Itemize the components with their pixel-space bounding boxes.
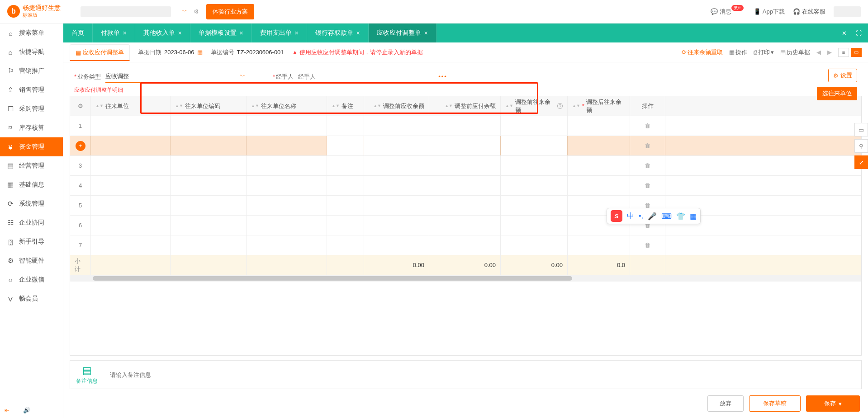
trash-icon[interactable]: 🗑	[645, 122, 650, 129]
sidebar-item-enterprise[interactable]: ☷企业协同	[0, 213, 63, 232]
sidebar-item-inventory[interactable]: ⌑库存核算	[0, 118, 63, 137]
org-caret-icon[interactable]: ﹀	[182, 8, 187, 15]
ime-grid-icon[interactable]: ▦	[690, 212, 697, 221]
online-service-link[interactable]: 🎧 在线客服	[793, 8, 825, 16]
ime-skin-icon[interactable]: 👕	[676, 212, 685, 221]
sort-icon[interactable]: ▲▼	[251, 104, 259, 107]
sidebar-item-hardware[interactable]: ⚙智能硬件	[0, 251, 63, 270]
ime-keyboard-icon[interactable]: ⌨	[661, 212, 672, 221]
handler-picker-icon[interactable]: •••	[438, 73, 447, 80]
ime-mode[interactable]: 中	[627, 211, 634, 221]
view-card-icon[interactable]: ▭	[851, 48, 862, 57]
col-n2: 调整前应付余额	[455, 102, 496, 110]
tab-home[interactable]: 首页	[63, 23, 93, 42]
trash-icon[interactable]: 🗑	[645, 182, 650, 189]
tab-bank[interactable]: 银行存取款单✕	[307, 23, 369, 42]
sidebar-item-member[interactable]: V畅会员	[0, 289, 63, 308]
sidebar-label: 经营管理	[19, 162, 44, 170]
user-avatar[interactable]	[834, 6, 861, 17]
trash-icon[interactable]: 🗑	[645, 142, 650, 149]
try-industry-button[interactable]: 体验行业方案	[206, 4, 254, 19]
biz-type-select[interactable]: 应收调整 ﹀	[105, 70, 246, 83]
tab-payment[interactable]: 付款单✕	[93, 23, 135, 42]
close-icon[interactable]: ✕	[123, 30, 127, 36]
reget-balance-link[interactable]: ⟳ 往来余额重取	[682, 48, 723, 56]
tab-expense[interactable]: 费用支出单✕	[252, 23, 307, 42]
sidebar-item-marketing[interactable]: ⚐营销推广	[0, 61, 63, 80]
grid-row[interactable]: 6🗑	[70, 216, 861, 235]
view-list-icon[interactable]: ≡	[838, 48, 849, 57]
tabs-close-all-icon[interactable]: ✕	[839, 28, 849, 38]
add-row-button[interactable]: +	[76, 141, 85, 151]
sidebar-item-operation[interactable]: ▤经营管理	[0, 156, 63, 175]
grid-row[interactable]: 4🗑	[70, 176, 861, 196]
next-icon[interactable]: ▶	[827, 49, 832, 56]
close-icon[interactable]: ✕	[356, 30, 360, 36]
sidebar-item-base[interactable]: ▦基础信息	[0, 175, 63, 194]
sort-icon[interactable]: ▲▼	[175, 104, 183, 107]
grid-settings-icon[interactable]: ⚙	[78, 103, 83, 109]
history-link[interactable]: ▤ 历史单据	[780, 48, 810, 56]
float-expand-icon[interactable]: ⤢	[854, 155, 868, 169]
print-menu[interactable]: ⎙ 打印 ▾	[754, 48, 774, 56]
sidebar-item-system[interactable]: ⟳系统管理	[0, 194, 63, 213]
grid-row[interactable]: 5🗑	[70, 196, 861, 216]
doc-title: 应收应付调整单	[83, 48, 124, 56]
tab-other-income[interactable]: 其他收入单✕	[135, 23, 190, 42]
sort-icon[interactable]: ▲▼	[95, 104, 104, 107]
sidebar-item-purchase[interactable]: ☐采购管理	[0, 99, 63, 118]
close-icon[interactable]: ✕	[424, 30, 428, 36]
close-icon[interactable]: ✕	[178, 30, 182, 36]
discard-button[interactable]: 放弃	[707, 395, 744, 412]
trash-icon[interactable]: 🗑	[645, 242, 650, 249]
calendar-icon[interactable]: ▦	[197, 49, 203, 56]
col-code: 往来单位编码	[185, 102, 220, 110]
box-icon: ⌑	[6, 124, 14, 132]
horizontal-scrollbar[interactable]	[70, 275, 861, 282]
sort-icon[interactable]: ▲▼	[332, 104, 340, 107]
trash-icon[interactable]: 🗑	[645, 162, 650, 169]
sidebar-item-funds[interactable]: ¥资金管理	[0, 137, 63, 156]
sidebar-item-sales[interactable]: ⇪销售管理	[0, 80, 63, 99]
remark-input[interactable]	[104, 371, 861, 378]
float-note-icon[interactable]: ▭	[854, 123, 868, 136]
close-icon[interactable]: ✕	[294, 30, 299, 36]
ime-punct-icon[interactable]: •,	[639, 212, 643, 220]
sort-icon[interactable]: ▲▼	[445, 104, 453, 107]
messages-link[interactable]: 💬 消息 99+	[711, 8, 745, 16]
sidebar-item-quicknav[interactable]: ⌂快捷导航	[0, 42, 63, 61]
gift-icon: ⚐	[6, 67, 14, 75]
handler-input[interactable]	[298, 71, 434, 82]
sidebar-item-wechat[interactable]: ○企业微信	[0, 270, 63, 289]
tabs-expand-icon[interactable]: ⛶	[854, 28, 863, 38]
operate-menu[interactable]: ▦ 操作	[729, 48, 747, 56]
float-attach-icon[interactable]: ⚲	[854, 139, 868, 153]
grid-row[interactable]: 1🗑	[70, 116, 861, 136]
search-icon: ⌕	[6, 29, 14, 37]
sound-icon[interactable]: 🔊	[23, 407, 30, 413]
ime-mic-icon[interactable]: 🎤	[648, 212, 657, 221]
info-icon[interactable]: ?	[557, 103, 563, 109]
sidebar-item-search[interactable]: ⌕搜索菜单	[0, 23, 63, 42]
date-value[interactable]: 2023-06-06	[164, 49, 194, 56]
grid-row[interactable]: 3🗑	[70, 156, 861, 176]
close-icon[interactable]: ✕	[239, 30, 243, 36]
col-remark: 备注	[342, 102, 353, 110]
app-download-link[interactable]: 📱 App下载	[754, 8, 785, 16]
sort-icon[interactable]: ▲▼	[373, 104, 381, 107]
prev-icon[interactable]: ◀	[816, 49, 821, 56]
save-button[interactable]: 保存▾	[806, 395, 860, 412]
org-selector[interactable]	[81, 6, 171, 17]
sort-icon[interactable]: ▲▼	[572, 104, 580, 107]
sort-icon[interactable]: ▲▼	[505, 104, 513, 107]
sidebar-item-guide[interactable]: ⍰新手引导	[0, 232, 63, 251]
grid-row[interactable]: 7🗑	[70, 235, 861, 255]
ime-toolbar[interactable]: S 中 •, 🎤 ⌨ 👕 ▦	[607, 208, 701, 224]
save-draft-button[interactable]: 保存草稿	[749, 395, 801, 412]
grid-row-active[interactable]: +🗑	[70, 136, 861, 156]
tab-template[interactable]: 单据模板设置✕	[190, 23, 252, 42]
collapse-icon[interactable]: ⇤	[5, 407, 9, 413]
tab-adjust[interactable]: 应收应付调整单✕	[369, 23, 436, 42]
settings-button[interactable]: ⚙设置	[828, 69, 857, 82]
org-settings-icon[interactable]: ⚙	[194, 8, 199, 15]
